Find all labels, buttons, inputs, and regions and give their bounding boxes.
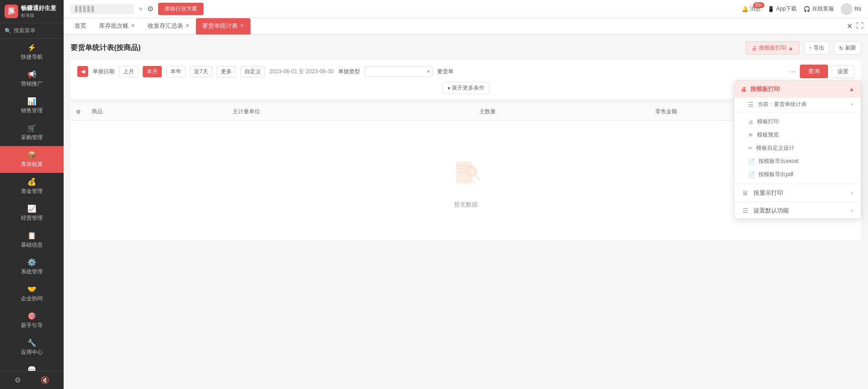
sidebar-item-newbie[interactable]: 🎯 新手引导 xyxy=(0,307,64,334)
date-btn-more[interactable]: 更多 xyxy=(217,66,236,77)
inventory-label: 库存核算 xyxy=(21,161,43,168)
date-btn-this-month[interactable]: 本月 xyxy=(143,66,162,77)
sidebar-item-wechat[interactable]: 💬 企业微信 xyxy=(0,361,64,371)
date-range-display: 2023-06-01 至 2023-06-30 xyxy=(269,68,334,76)
topbar-gear-icon[interactable]: ⚙ xyxy=(147,5,154,13)
sidebar-item-system[interactable]: ⚙️ 系统管理 xyxy=(0,253,64,280)
tab-batch-account-close[interactable]: ✕ xyxy=(131,23,135,29)
industry-solution-button[interactable]: 体验行业方案 xyxy=(158,3,204,15)
bell-icon: 🔔 xyxy=(742,6,748,12)
template-print-label: 模板打印 xyxy=(757,118,779,126)
dropdown-item-display-print[interactable]: 🖥 按显示打印 ▾ xyxy=(734,185,861,201)
date-btn-last-month[interactable]: 上月 xyxy=(119,66,138,77)
date-btn-7days[interactable]: 近7天 xyxy=(190,66,212,77)
current-template-arrow-icon[interactable]: ▾ xyxy=(851,101,853,107)
sidebar-item-purchase[interactable]: 🛒 采购管理 xyxy=(0,119,64,146)
user-avatar-area[interactable]: Rit xyxy=(841,3,861,15)
dropdown-item-export-pdf[interactable]: 📄 按模板导出pdf xyxy=(734,168,861,181)
topbar-dropdown-icon[interactable]: ▾ xyxy=(139,4,143,14)
sidebar-item-enterprise[interactable]: 🤝 企业协同 xyxy=(0,280,64,307)
query-button[interactable]: 查询 xyxy=(800,65,828,78)
dropdown-item-template-print[interactable]: 🖨 模板打印 xyxy=(734,115,861,128)
search-menu-label: 搜索菜单 xyxy=(14,27,35,35)
print-dropdown-header: 🖨 按模板打印 ▲ xyxy=(734,81,861,98)
sidebar-item-quick-nav[interactable]: ⚡ 快捷导航 xyxy=(0,39,64,66)
marketing-icon: 📢 xyxy=(27,70,36,79)
sales-label: 销售管理 xyxy=(21,107,43,115)
app-download-button[interactable]: 📱 App下载 xyxy=(768,5,797,13)
date-btn-custom[interactable]: 自定义 xyxy=(240,66,265,77)
dropdown-divider-3 xyxy=(734,202,861,202)
online-service-button[interactable]: 🎧 在线客服 xyxy=(803,5,834,13)
display-print-arrow: ▾ xyxy=(851,190,853,196)
filter-more-icon[interactable]: ⋯ xyxy=(789,67,796,76)
tab-batch-account[interactable]: 库存批次账 ✕ xyxy=(93,18,141,35)
print-dropdown: 🖨 按模板打印 ▲ ☰ 当前：要货单统计表 ▾ 🖨 模板打印 xyxy=(734,80,861,219)
printer-dropdown-icon: 🖨 xyxy=(741,86,747,93)
export-button[interactable]: ↑ 导出 xyxy=(804,41,829,55)
template-preview-icon: 👁 xyxy=(748,132,753,138)
window-close-icon[interactable]: ✕ xyxy=(847,22,853,30)
current-template-row: ☰ 当前：要货单统计表 ▾ xyxy=(734,98,861,111)
app-version: 标准版 xyxy=(21,12,56,18)
mute-icon[interactable]: 🔇 xyxy=(40,376,50,384)
sidebar-item-basic[interactable]: 📋 基础信息 xyxy=(0,227,64,253)
dropdown-item-template-design[interactable]: ✏ 模板自定义设计 xyxy=(734,141,861,155)
logo-icon: 豚 xyxy=(5,5,18,18)
settings-button[interactable]: 设置 xyxy=(832,65,854,78)
finance-label: 资金管理 xyxy=(21,187,43,195)
empty-text: 暂无数据 xyxy=(454,201,478,209)
page-actions: 🖨 按模板打印 ▲ ↑ 导出 ↻ 刷新 xyxy=(746,41,861,55)
page-content: 要货单统计表(按商品) 🖨 按模板打印 ▲ ↑ 导出 ↻ 刷新 xyxy=(64,35,868,389)
dropdown-up-arrow[interactable]: ▲ xyxy=(849,86,854,92)
tab-order-stats-close[interactable]: ✕ xyxy=(240,23,244,29)
chevron-up-icon: ▲ xyxy=(788,45,793,51)
col-qty: 主数量 xyxy=(474,103,650,121)
basic-label: 基础信息 xyxy=(21,241,43,249)
quick-nav-icon: ⚡ xyxy=(27,43,36,52)
sidebar-item-marketing[interactable]: 📢 营销推广 xyxy=(0,66,64,92)
app-logo: 豚 畅赚通好生意 标准版 xyxy=(0,0,64,23)
tab-order-stats[interactable]: 要货单统计表 ✕ xyxy=(196,18,250,35)
username-label: Rit xyxy=(854,6,861,12)
window-controls: ✕ ⛶ xyxy=(847,22,863,30)
search-menu[interactable]: 🔍 搜索菜单 xyxy=(0,23,64,39)
sidebar-item-app-center[interactable]: 🔧 应用中心 xyxy=(0,334,64,361)
print-template-button[interactable]: 🖨 按模板打印 ▲ xyxy=(746,41,799,55)
dropdown-item-export-excel[interactable]: 📄 按模板导出excel xyxy=(734,155,861,168)
filter-collapse-button[interactable]: ◀ xyxy=(77,66,88,77)
display-print-icon: 🖥 xyxy=(742,189,749,197)
dropdown-item-default-func[interactable]: ☰ 设置默认功能 ▾ xyxy=(734,203,861,218)
col-unit: 主计量单位 xyxy=(227,103,474,121)
filter-row-1: ◀ 单据日期 上月 本月 本年 近7天 更多 自定义 2023-06-01 至 … xyxy=(77,65,854,78)
template-design-label: 模板自定义设计 xyxy=(756,144,794,152)
sidebar-item-operation[interactable]: 📈 经营管理 xyxy=(0,200,64,227)
date-btn-this-year[interactable]: 本年 xyxy=(166,66,185,77)
table-settings-header[interactable]: ⚙ xyxy=(70,103,86,121)
sidebar-item-finance[interactable]: 💰 资金管理 xyxy=(0,173,64,200)
app-center-label: 应用中心 xyxy=(21,349,43,356)
type-select[interactable] xyxy=(364,66,433,77)
default-func-icon: ☰ xyxy=(742,207,749,214)
settings-bottom-icon[interactable]: ⚙ xyxy=(15,376,21,384)
sidebar-item-inventory[interactable]: 📦 库存核算 xyxy=(0,146,64,173)
tab-home[interactable]: 首页 xyxy=(68,18,93,35)
enterprise-label: 企业协同 xyxy=(21,295,43,303)
goods-filter-label: 要货单 xyxy=(437,68,454,76)
type-filter-label: 单据类型 xyxy=(338,68,360,76)
sales-icon: 📊 xyxy=(27,97,36,106)
basic-icon: 📋 xyxy=(27,231,36,240)
refresh-button[interactable]: ↻ 刷新 xyxy=(834,41,861,55)
tab-receipt-summary[interactable]: 收发存汇总表 ✕ xyxy=(141,18,196,35)
print-dropdown-controls: ▲ xyxy=(849,86,854,92)
dropdown-item-template-preview[interactable]: 👁 模板预览 xyxy=(734,128,861,141)
expand-conditions-button[interactable]: ▾ 展开更多条件 xyxy=(443,82,489,94)
export-pdf-label: 按模板导出pdf xyxy=(758,171,793,178)
print-dropdown-title-area: 🖨 按模板打印 xyxy=(741,85,780,93)
window-maximize-icon[interactable]: ⛶ xyxy=(856,22,863,30)
sidebar-item-sales[interactable]: 📊 销售管理 xyxy=(0,92,64,119)
sidebar: 豚 畅赚通好生意 标准版 🔍 搜索菜单 ⚡ 快捷导航 📢 营销推广 📊 销售管理… xyxy=(0,0,64,389)
topbar-search-box: ▋▋▋▋▋ xyxy=(70,4,134,14)
notifications-button[interactable]: 🔔 消息 99+ xyxy=(742,5,761,13)
tab-receipt-summary-close[interactable]: ✕ xyxy=(185,23,190,29)
